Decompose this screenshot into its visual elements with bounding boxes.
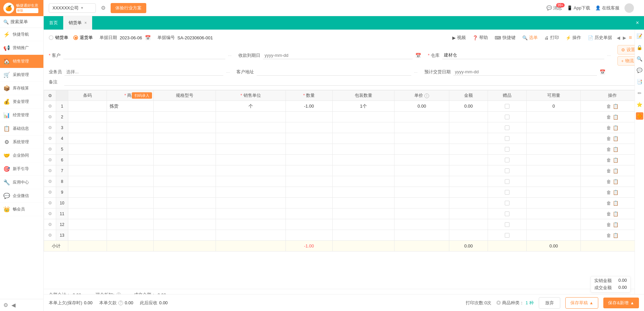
td-settings-9[interactable]: ⚙ — [44, 198, 56, 208]
td-unit-price-9[interactable] — [394, 198, 449, 208]
collapse-icon[interactable]: ◀ — [11, 302, 15, 308]
td-amount-10[interactable] — [449, 208, 488, 219]
sidebar-item-sales[interactable]: 🏠 销售管理 — [0, 55, 43, 68]
td-unit-price-11[interactable] — [394, 219, 449, 230]
tab-home[interactable]: 首页 — [44, 16, 63, 30]
td-barcode-10[interactable] — [68, 208, 107, 219]
td-product-8[interactable] — [107, 187, 154, 198]
delete-icon-0[interactable]: 🗑 — [606, 104, 611, 109]
td-spec-2[interactable] — [153, 122, 216, 133]
delete-icon-7[interactable]: 🗑 — [606, 179, 611, 184]
td-settings-11[interactable]: ⚙ — [44, 219, 56, 230]
help-btn[interactable]: ❓ 帮助 — [470, 34, 490, 42]
td-unit-price-7[interactable] — [394, 176, 449, 187]
td-pack-qty-10[interactable] — [332, 208, 394, 219]
td-unit-5[interactable] — [216, 155, 286, 165]
td-qty-9[interactable] — [286, 198, 332, 208]
td-qty-3[interactable] — [286, 133, 332, 144]
td-gift-4[interactable] — [488, 144, 527, 155]
td-unit-price-3[interactable] — [394, 133, 449, 144]
td-amount-6[interactable] — [449, 165, 488, 176]
radio-sale[interactable]: 销货单 — [49, 35, 68, 41]
td-spec-4[interactable] — [153, 144, 216, 155]
delete-icon-2[interactable]: 🗑 — [606, 125, 611, 130]
user-avatar[interactable] — [624, 3, 634, 13]
td-unit-price-0[interactable]: 0.00 — [394, 101, 449, 112]
gift-checkbox-10[interactable] — [505, 211, 509, 216]
customer-more-icon[interactable]: ··· — [228, 53, 232, 58]
td-settings-4[interactable]: ⚙ — [44, 144, 56, 155]
td-settings-3[interactable]: ⚙ — [44, 133, 56, 144]
sidebar-item-finance[interactable]: 💰 资金管理 — [0, 95, 43, 109]
td-unit-7[interactable] — [216, 176, 286, 187]
td-qty-1[interactable] — [286, 112, 332, 122]
sidebar-item-member[interactable]: 👑 畅会员 — [0, 203, 43, 216]
td-barcode-7[interactable] — [68, 176, 107, 187]
copy-icon-0[interactable]: 📋 — [613, 104, 618, 109]
experience-btn[interactable]: 体验行业方案 — [111, 3, 146, 13]
gift-checkbox-7[interactable] — [505, 179, 509, 184]
copy-icon-5[interactable]: 📋 — [613, 157, 618, 163]
app-download-btn[interactable]: 📱 App下载 — [567, 5, 590, 11]
salesman-input[interactable] — [65, 68, 223, 76]
company-selector[interactable]: XXXXXX公司 ▼ — [49, 3, 96, 13]
td-amount-11[interactable] — [449, 219, 488, 230]
td-gift-9[interactable] — [488, 198, 527, 208]
td-pack-qty-7[interactable] — [332, 176, 394, 187]
td-amount-1[interactable] — [449, 112, 488, 122]
td-spec-12[interactable] — [153, 230, 216, 241]
radio-return[interactable]: 退货单 — [73, 35, 93, 41]
tab-close-icon[interactable]: × — [84, 21, 87, 25]
td-unit-price-10[interactable] — [394, 208, 449, 219]
td-amount-3[interactable] — [449, 133, 488, 144]
td-qty-10[interactable] — [286, 208, 332, 219]
settings-bottom-icon[interactable]: ⚙ — [3, 302, 8, 308]
td-spec-7[interactable] — [153, 176, 216, 187]
td-settings-0[interactable]: ⚙ — [44, 101, 56, 112]
video-btn[interactable]: ▶ 视频 — [450, 34, 468, 42]
td-spec-5[interactable] — [153, 155, 216, 165]
td-barcode-8[interactable] — [68, 187, 107, 198]
sidebar-item-collab[interactable]: 🤝 企业协同 — [0, 149, 43, 162]
td-product-5[interactable] — [107, 155, 154, 165]
td-unit-price-8[interactable] — [394, 187, 449, 198]
payment-date-input[interactable] — [263, 52, 413, 59]
gift-checkbox-11[interactable] — [505, 222, 509, 227]
sidebar-item-inventory[interactable]: 📦 库存核算 — [0, 82, 43, 95]
sidebar-item-apps[interactable]: 🔧 应用中心 — [0, 176, 43, 189]
td-product-11[interactable] — [107, 219, 154, 230]
row-settings-icon-8[interactable]: ⚙ — [48, 190, 52, 195]
save-draft-btn[interactable]: 保存草稿 ▲ — [565, 297, 599, 309]
td-gift-8[interactable] — [488, 187, 527, 198]
expected-date-cal-icon[interactable]: 📅 — [600, 69, 605, 75]
row-settings-icon-12[interactable]: ⚙ — [48, 233, 52, 238]
gift-checkbox-5[interactable] — [505, 158, 509, 162]
td-gift-2[interactable] — [488, 122, 527, 133]
right-panel-icon-5[interactable]: 📑 — [636, 78, 643, 85]
td-unit-6[interactable] — [216, 165, 286, 176]
td-barcode-6[interactable] — [68, 165, 107, 176]
nav-next-icon[interactable]: ▶ — [623, 35, 626, 40]
copy-icon-2[interactable]: 📋 — [613, 125, 618, 130]
copy-icon-1[interactable]: 📋 — [613, 114, 618, 120]
td-unit-price-2[interactable] — [394, 122, 449, 133]
td-settings-1[interactable]: ⚙ — [44, 112, 56, 122]
gift-checkbox-1[interactable] — [505, 115, 509, 119]
row-settings-icon-9[interactable]: ⚙ — [48, 200, 52, 205]
td-pack-qty-2[interactable] — [332, 122, 394, 133]
td-unit-9[interactable] — [216, 198, 286, 208]
td-qty-0[interactable]: -1.00 — [286, 101, 332, 112]
gift-checkbox-3[interactable] — [505, 136, 509, 141]
sidebar-item-purchase[interactable]: 🛒 采购管理 — [0, 68, 43, 82]
th-settings[interactable]: ⚙ — [44, 90, 56, 101]
td-settings-2[interactable]: ⚙ — [44, 122, 56, 133]
td-qty-2[interactable] — [286, 122, 332, 133]
sidebar-item-basic[interactable]: 📋 基础信息 — [0, 122, 43, 135]
copy-icon-12[interactable]: 📋 — [613, 233, 618, 238]
filter-btn[interactable]: 🔍 选单 — [520, 34, 540, 42]
doc-no-value[interactable]: SA-20230606-001 — [178, 35, 213, 40]
td-gift-12[interactable] — [488, 230, 527, 241]
td-spec-11[interactable] — [153, 219, 216, 230]
td-unit-12[interactable] — [216, 230, 286, 241]
td-product-0[interactable]: 拣货 — [107, 101, 154, 112]
